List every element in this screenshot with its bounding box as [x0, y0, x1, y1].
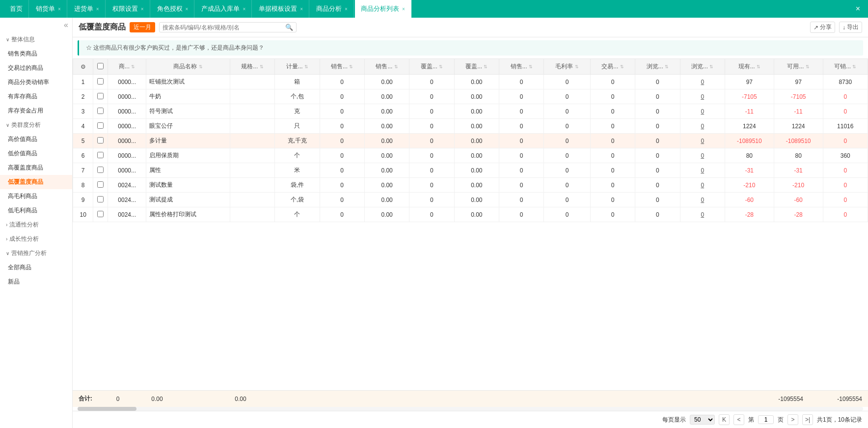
sidebar-item-low-margin[interactable]: 低毛利商品	[0, 203, 72, 218]
sidebar-section-overall[interactable]: ∨ 整体信息	[0, 32, 72, 47]
row-checkbox[interactable]	[97, 137, 104, 143]
row-browse-link[interactable]: 0	[680, 134, 725, 148]
select-all-checkbox[interactable]	[97, 63, 104, 69]
row-checkbox[interactable]	[97, 78, 104, 85]
sidebar-item-high-margin[interactable]: 高毛利商品	[0, 189, 72, 203]
sidebar-item-category-rate[interactable]: 商品分类动销率	[0, 75, 72, 89]
export-button[interactable]: ↓ 导出	[839, 22, 862, 33]
nav-finished-product[interactable]: 产成品入库单 ×	[195, 0, 252, 18]
nav-sales-order[interactable]: 销货单 ×	[30, 0, 67, 18]
nav-product-analysis-list[interactable]: 商品分析列表 ×	[355, 0, 411, 18]
row-checkbox-cell[interactable]	[93, 148, 108, 163]
th-unit[interactable]: 计量... ⇅	[275, 59, 320, 75]
per-page-select[interactable]: 50 100 200	[690, 415, 715, 425]
nav-template-settings[interactable]: 单据模板设置 ×	[253, 0, 309, 18]
th-avail-stock[interactable]: 可用... ⇅	[774, 59, 823, 75]
row-checkbox-cell[interactable]	[93, 163, 108, 178]
sidebar-collapse-button[interactable]: «	[0, 18, 72, 32]
close-all-tabs-button[interactable]: ×	[852, 4, 864, 13]
search-input[interactable]	[163, 24, 283, 31]
horizontal-scrollbar[interactable]	[78, 407, 863, 411]
row-browse-link[interactable]: 0	[680, 207, 725, 222]
prev-page-button[interactable]: <	[733, 414, 744, 425]
sidebar-item-sales-products[interactable]: 销售类商品	[0, 47, 72, 61]
sidebar-item-low-value[interactable]: 低价值商品	[0, 146, 72, 161]
sidebar-item-all-products[interactable]: 全部商品	[0, 260, 72, 275]
sidebar-item-stocked-products[interactable]: 有库存商品	[0, 89, 72, 104]
th-gross-rate[interactable]: 毛利率 ⇅	[544, 59, 590, 75]
th-coverage-rate[interactable]: 覆盖... ⇅	[454, 59, 499, 75]
th-sales-days[interactable]: 销售... ⇅	[499, 59, 544, 75]
row-checkbox-cell[interactable]	[93, 134, 108, 148]
th-browse-link[interactable]: 浏览... ⇅	[680, 59, 725, 75]
sidebar-item-stock-capital[interactable]: 库存资金占用	[0, 104, 72, 118]
row-browse-link[interactable]: 0	[680, 193, 725, 207]
row-checkbox-cell[interactable]	[93, 75, 108, 89]
sidebar-item-high-value[interactable]: 高价值商品	[0, 132, 72, 146]
time-filter-button[interactable]: 近一月	[130, 22, 155, 32]
close-icon[interactable]: ×	[243, 6, 245, 12]
th-code[interactable]: 商... ⇅	[108, 59, 146, 75]
row-checkbox[interactable]	[97, 108, 104, 114]
row-checkbox-cell[interactable]	[93, 89, 108, 104]
th-current-stock[interactable]: 现有... ⇅	[725, 59, 774, 75]
row-checkbox[interactable]	[97, 152, 104, 158]
row-checkbox[interactable]	[97, 167, 104, 173]
th-settings[interactable]: ⚙	[73, 59, 93, 75]
close-icon[interactable]: ×	[186, 6, 189, 12]
row-checkbox-cell[interactable]	[93, 178, 108, 193]
page-number-input[interactable]	[758, 415, 774, 424]
row-browse-link[interactable]: 0	[680, 163, 725, 178]
th-saleable-stock[interactable]: 可销... ⇅	[823, 59, 868, 75]
sidebar-section-marketing[interactable]: ∨ 营销推广分析	[0, 246, 72, 260]
row-browse-link[interactable]: 0	[680, 89, 725, 104]
row-checkbox[interactable]	[97, 93, 104, 99]
sidebar-item-new-products[interactable]: 新品	[0, 275, 72, 289]
row-checkbox-cell[interactable]	[93, 104, 108, 119]
row-checkbox-cell[interactable]	[93, 119, 108, 134]
th-sales-amt[interactable]: 销售... ⇅	[364, 59, 409, 75]
sidebar-section-circulation[interactable]: › 流通性分析	[0, 218, 72, 232]
nav-product-analysis[interactable]: 商品分析 ×	[310, 0, 354, 18]
th-trade-count[interactable]: 交易... ⇅	[590, 59, 635, 75]
last-page-button[interactable]: >|	[802, 414, 813, 425]
table-wrapper[interactable]: ⚙ 商... ⇅ 商品名称 ⇅ 规格... ⇅ 计量... ⇅ 销售... ⇅ …	[73, 58, 868, 390]
close-icon[interactable]: ×	[402, 6, 405, 12]
close-icon[interactable]: ×	[58, 6, 61, 12]
row-browse-link[interactable]: 0	[680, 119, 725, 134]
share-button[interactable]: ↗ 分享	[810, 22, 835, 33]
search-icon[interactable]: 🔍	[285, 24, 293, 31]
th-spec[interactable]: 规格... ⇅	[230, 59, 274, 75]
close-icon[interactable]: ×	[96, 6, 99, 12]
sidebar-section-growth[interactable]: › 成长性分析	[0, 232, 72, 246]
th-browse-count[interactable]: 浏览... ⇅	[635, 59, 680, 75]
sidebar-item-high-coverage[interactable]: 高覆盖度商品	[0, 161, 72, 175]
th-sales-qty[interactable]: 销售... ⇅	[320, 59, 364, 75]
row-checkbox-cell[interactable]	[93, 207, 108, 222]
row-browse-link[interactable]: 0	[680, 104, 725, 119]
close-icon[interactable]: ×	[300, 6, 303, 12]
first-page-button[interactable]: K	[719, 414, 730, 425]
nav-purchase-order[interactable]: 进货单 ×	[68, 0, 106, 18]
row-checkbox[interactable]	[97, 122, 104, 129]
row-checkbox[interactable]	[97, 196, 104, 202]
nav-home[interactable]: 首页	[4, 0, 29, 18]
next-page-button[interactable]: >	[787, 414, 798, 425]
row-checkbox[interactable]	[97, 181, 104, 188]
nav-role-auth[interactable]: 角色授权 ×	[151, 0, 195, 18]
row-checkbox-cell[interactable]	[93, 193, 108, 207]
row-browse-link[interactable]: 0	[680, 178, 725, 193]
sidebar-item-traded-products[interactable]: 交易过的商品	[0, 61, 72, 75]
sidebar-section-cluster[interactable]: ∨ 类群度分析	[0, 118, 72, 132]
close-icon[interactable]: ×	[345, 6, 348, 12]
nav-permission-settings[interactable]: 权限设置 ×	[107, 0, 150, 18]
th-checkbox[interactable]	[93, 59, 108, 75]
th-coverage-count[interactable]: 覆盖... ⇅	[409, 59, 454, 75]
row-browse-link[interactable]: 0	[680, 75, 725, 89]
th-name[interactable]: 商品名称 ⇅	[146, 59, 230, 75]
scrollbar-thumb[interactable]	[78, 407, 136, 411]
settings-icon[interactable]: ⚙	[81, 63, 86, 70]
row-browse-link[interactable]: 0	[680, 148, 725, 163]
sidebar-item-low-coverage[interactable]: 低覆盖度商品	[0, 175, 72, 189]
close-icon[interactable]: ×	[141, 6, 144, 12]
